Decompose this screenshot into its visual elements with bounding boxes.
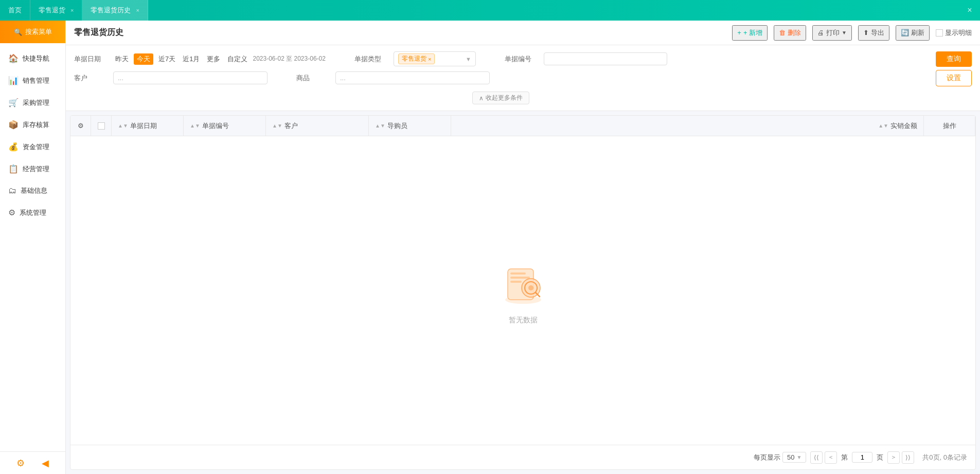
tab-list: 首页 零售退货 × 零售退货历史 × (0, 0, 959, 21)
th-customer: ▲▼ 客户 (266, 116, 369, 136)
window-close-button[interactable]: × (959, 0, 980, 21)
goods-input[interactable]: ... (335, 71, 490, 84)
goto-label: 第 (841, 453, 848, 462)
tab-retail-return-history[interactable]: 零售退货历史 × (82, 0, 148, 21)
sidebar-gear-icon[interactable]: ⚙ (16, 458, 25, 469)
sidebar-item-sales-label: 销售管理 (23, 76, 49, 85)
pagination: 每页显示 50 ▼ ⟨⟨ ＜ 第 页 ＞ ⟩⟩ 共0页, 0条记录 (70, 445, 975, 469)
date-opt-custom[interactable]: 自定义 (225, 53, 250, 65)
filter-action-buttons: 查询 设置 (936, 51, 972, 86)
th-date-label: 单据日期 (130, 121, 157, 131)
sidebar-item-basic-info[interactable]: 🗂 基础信息 (0, 180, 65, 202)
type-tag-close[interactable]: × (428, 56, 431, 62)
page-prev-button[interactable]: ＜ (825, 451, 837, 464)
total-count-label: 共0页, 0条记录 (922, 453, 967, 462)
svg-rect-2 (510, 272, 526, 275)
home-icon: 🏠 (8, 53, 19, 63)
print-button-label: 打印 (826, 28, 840, 38)
sort-date-icon[interactable]: ▲▼ (118, 123, 128, 129)
th-no: ▲▼ 单据编号 (184, 116, 266, 136)
th-checkbox[interactable] (91, 116, 112, 136)
date-opt-7days[interactable]: 近7天 (156, 53, 177, 65)
goods-filter-label: 商品 (296, 74, 327, 83)
empty-text: 暂无数据 (509, 316, 538, 325)
new-button[interactable]: + + 新增 (732, 25, 768, 41)
sidebar-item-operations[interactable]: 📋 经营管理 (0, 158, 65, 180)
collapse-button[interactable]: ∧ 收起更多条件 (472, 92, 529, 104)
print-button[interactable]: 🖨 打印 ▼ (812, 25, 852, 41)
sidebar-item-inventory[interactable]: 📦 库存核算 (0, 114, 65, 136)
svg-rect-3 (510, 277, 530, 279)
show-detail-checkbox[interactable] (936, 29, 943, 37)
svg-rect-4 (510, 281, 522, 283)
sidebar-item-sales[interactable]: 📊 销售管理 (0, 69, 65, 92)
sort-guide-icon[interactable]: ▲▼ (375, 123, 385, 129)
page-first-button[interactable]: ⟨⟨ (810, 451, 823, 464)
date-opt-yesterday[interactable]: 昨天 (113, 53, 131, 65)
tab-retail-return-history-close[interactable]: × (136, 7, 139, 13)
order-no-filter-label: 单据编号 (505, 54, 536, 64)
tab-retail-return-label: 零售退货 (39, 6, 65, 15)
tab-home[interactable]: 首页 (0, 0, 30, 21)
th-amount-label: 实销金额 (890, 121, 917, 131)
date-options: 昨天 今天 近7天 近1月 更多 自定义 2023-06-02 至 2023-0… (113, 53, 326, 65)
th-date: ▲▼ 单据日期 (112, 116, 184, 136)
sidebar-collapse-icon[interactable]: ◀ (42, 458, 49, 469)
filter-section: 单据日期 昨天 今天 近7天 近1月 更多 自定义 2023-06-02 至 2… (74, 51, 972, 106)
sidebar-item-operations-label: 经营管理 (23, 165, 49, 174)
date-opt-1month[interactable]: 近1月 (181, 53, 202, 65)
customer-input[interactable]: ... (113, 71, 268, 84)
sidebar-item-finance[interactable]: 💰 资金管理 (0, 136, 65, 158)
filter-row-1: 单据日期 昨天 今天 近7天 近1月 更多 自定义 2023-06-02 至 2… (74, 51, 928, 66)
th-customer-label: 客户 (284, 121, 298, 131)
basic-info-icon: 🗂 (8, 186, 16, 195)
delete-button-label: 删除 (788, 28, 801, 38)
sidebar-item-inventory-label: 库存核算 (23, 120, 49, 130)
sort-no-icon[interactable]: ▲▼ (190, 123, 200, 129)
customer-placeholder: ... (118, 74, 123, 82)
sidebar-search[interactable]: 🔍 搜索菜单 (0, 21, 65, 43)
tab-retail-return-close[interactable]: × (70, 7, 74, 13)
page-size-box[interactable]: 50 ▼ (782, 452, 806, 463)
date-filter-label: 单据日期 (74, 54, 105, 64)
type-select[interactable]: 零售退货 × ▼ (394, 51, 476, 66)
inventory-icon: 📦 (8, 120, 19, 130)
sort-customer-icon[interactable]: ▲▼ (272, 123, 282, 129)
show-detail-toggle[interactable]: 显示明细 (936, 28, 972, 38)
export-icon: ⬆ (863, 29, 869, 37)
page-nav: ⟨⟨ ＜ 第 页 ＞ ⟩⟩ (810, 451, 914, 464)
type-tag: 零售退货 × (398, 53, 435, 64)
date-range-display: 2023-06-02 至 2023-06-02 (253, 54, 325, 63)
page-number-input[interactable] (852, 452, 872, 463)
refresh-button[interactable]: 🔄 刷新 (896, 25, 930, 41)
order-no-input[interactable] (544, 52, 667, 65)
date-opt-today[interactable]: 今天 (134, 53, 153, 65)
query-button[interactable]: 查询 (936, 51, 972, 67)
export-button[interactable]: ⬆ 导出 (858, 25, 889, 41)
tab-retail-return[interactable]: 零售退货 × (30, 0, 82, 21)
tab-home-label: 首页 (8, 6, 22, 15)
customer-filter-label: 客户 (74, 74, 105, 83)
print-chevron-icon: ▼ (842, 30, 847, 35)
collapse-icon: ∧ (479, 95, 484, 102)
search-icon: 🔍 (14, 28, 22, 36)
empty-state: 暂无数据 (70, 136, 975, 445)
setting-button[interactable]: 设置 (936, 70, 972, 86)
page-next-button[interactable]: ＞ (887, 451, 900, 464)
new-icon: + (737, 29, 741, 37)
type-tag-label: 零售退货 (402, 54, 426, 63)
sidebar-item-quick-nav[interactable]: 🏠 快捷导航 (0, 47, 65, 69)
finance-icon: 💰 (8, 142, 19, 152)
th-settings[interactable]: ⚙ (70, 116, 91, 136)
delete-button[interactable]: 🗑 删除 (774, 25, 806, 41)
sidebar-item-system[interactable]: ⚙ 系统管理 (0, 202, 65, 224)
collapse-row: ∧ 收起更多条件 (74, 89, 928, 106)
select-all-checkbox[interactable] (98, 122, 105, 130)
new-button-label: + 新增 (743, 28, 762, 38)
sidebar-item-purchase[interactable]: 🛒 采购管理 (0, 92, 65, 114)
table-area: ⚙ ▲▼ 单据日期 ▲▼ 单据编号 ▲▼ 客户 ▲▼ (70, 115, 976, 470)
sort-amount-icon[interactable]: ▲▼ (878, 123, 888, 129)
refresh-icon: 🔄 (901, 29, 909, 37)
page-last-button[interactable]: ⟩⟩ (902, 451, 914, 464)
date-opt-more[interactable]: 更多 (205, 53, 222, 65)
